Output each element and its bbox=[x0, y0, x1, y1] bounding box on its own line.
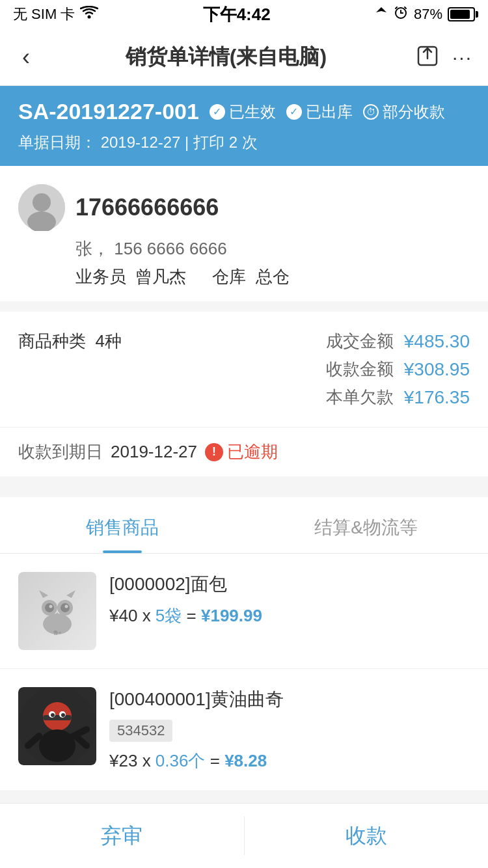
svg-marker-18 bbox=[66, 590, 75, 598]
bottom-bar: 弃审 收款 bbox=[0, 803, 488, 868]
location-icon bbox=[375, 6, 388, 23]
tab-sales-products[interactable]: 销售商品 bbox=[0, 497, 244, 553]
order-date: 2019-12-27 bbox=[101, 133, 181, 151]
stats-section: 商品种类 4种 成交金额 ¥485.30 收款金额 ¥308.95 本单欠款 ¥… bbox=[0, 312, 488, 427]
share-button[interactable] bbox=[416, 44, 439, 70]
more-button[interactable]: ··· bbox=[452, 46, 472, 68]
due-section: 收款到期日 2019-12-27 ! 已逾期 bbox=[0, 427, 488, 476]
svg-point-0 bbox=[88, 16, 91, 19]
customer-row: 17666666666 bbox=[18, 184, 470, 231]
product-total-2: ¥8.28 bbox=[224, 751, 267, 770]
print-info: | 打印 2 次 bbox=[185, 133, 258, 151]
received-amount-label: 收款金额 bbox=[326, 358, 394, 381]
product-total-1: ¥199.99 bbox=[201, 606, 262, 625]
product-name-1: [0000002]面包 bbox=[109, 572, 470, 597]
due-date-value: 2019-12-27 bbox=[111, 442, 197, 462]
warehouse-value: 总仓 bbox=[256, 267, 290, 286]
order-id-row: SA-20191227-001 ✓ 已生效 ✓ 已出库 ⏱ 部分收款 bbox=[18, 99, 470, 124]
customer-detail: 张， 156 6666 6666 bbox=[75, 237, 470, 260]
status-shipped: ✓ 已出库 bbox=[286, 102, 353, 122]
divider-2 bbox=[0, 476, 488, 487]
avatar bbox=[18, 184, 65, 231]
check-icon-1: ✓ bbox=[210, 104, 225, 120]
battery-icon bbox=[448, 7, 475, 21]
svg-point-12 bbox=[45, 603, 54, 612]
product-unit-price-1: ¥40 bbox=[109, 606, 137, 625]
owed-amount-value: ¥176.35 bbox=[404, 387, 470, 408]
order-date-row: 单据日期： 2019-12-27 | 打印 2 次 bbox=[18, 132, 470, 153]
status-effective: ✓ 已生效 bbox=[210, 102, 276, 122]
nav-actions: ··· bbox=[416, 44, 472, 70]
svg-point-8 bbox=[33, 193, 51, 211]
battery-percentage: 87% bbox=[414, 6, 442, 23]
received-amount-row: 收款金额 ¥308.95 bbox=[326, 358, 470, 381]
owed-amount-row: 本单欠款 ¥176.35 bbox=[326, 386, 470, 409]
owed-amount-label: 本单欠款 bbox=[326, 386, 394, 409]
customer-meta: 业务员 曾凡杰 仓库 总仓 bbox=[75, 265, 470, 288]
svg-text:鲁+: 鲁+ bbox=[53, 630, 62, 636]
page-title: 销货单详情(来自电脑) bbox=[36, 43, 416, 72]
nav-bar: ‹ 销货单详情(来自电脑) ··· bbox=[0, 29, 488, 86]
list-item: [000400001]黄油曲奇 534532 ¥23 x 0.36个 = ¥8.… bbox=[0, 669, 488, 791]
svg-point-30 bbox=[61, 713, 65, 717]
product-placeholder-1: 鲁+ bbox=[18, 572, 96, 650]
received-amount-value: ¥308.95 bbox=[404, 359, 470, 380]
alarm-icon bbox=[393, 5, 409, 24]
salesperson-label: 业务员 bbox=[75, 267, 126, 286]
transaction-amount-value: ¥485.30 bbox=[404, 331, 470, 352]
back-button[interactable]: ‹ bbox=[16, 37, 36, 77]
svg-point-13 bbox=[61, 603, 70, 612]
product-qty-1: 5袋 bbox=[156, 606, 182, 625]
check-icon-2: ✓ bbox=[286, 104, 302, 120]
status-left: 无 SIM 卡 bbox=[13, 5, 98, 24]
status-time: 下午4:42 bbox=[203, 3, 271, 26]
stats-left: 商品种类 4种 bbox=[18, 330, 122, 353]
svg-rect-23 bbox=[43, 715, 72, 720]
product-info-2: [000400001]黄油曲奇 534532 ¥23 x 0.36个 = ¥8.… bbox=[109, 687, 470, 772]
order-id: SA-20191227-001 bbox=[18, 99, 199, 124]
svg-line-4 bbox=[396, 7, 397, 8]
stats-right: 成交金额 ¥485.30 收款金额 ¥308.95 本单欠款 ¥176.35 bbox=[326, 330, 470, 409]
product-types-label: 商品种类 bbox=[18, 331, 86, 351]
svg-point-14 bbox=[49, 605, 53, 608]
svg-point-29 bbox=[51, 713, 55, 717]
cancel-button[interactable]: 弃审 bbox=[0, 804, 244, 868]
confirm-button[interactable]: 收款 bbox=[245, 804, 489, 868]
product-price-1: ¥40 x 5袋 = ¥199.99 bbox=[109, 604, 470, 627]
product-thumbnail-2 bbox=[18, 687, 96, 765]
product-price-2: ¥23 x 0.36个 = ¥8.28 bbox=[109, 750, 470, 772]
overdue-badge: ! 已逾期 bbox=[205, 441, 278, 463]
product-info-1: [0000002]面包 ¥40 x 5袋 = ¥199.99 bbox=[109, 572, 470, 627]
warehouse-label: 仓库 bbox=[212, 267, 246, 286]
transaction-amount-label: 成交金额 bbox=[326, 330, 394, 353]
tab-settlement-logistics[interactable]: 结算&物流等 bbox=[244, 497, 488, 553]
status-right: 87% bbox=[375, 5, 475, 24]
customer-account-id: 17666666666 bbox=[75, 194, 219, 221]
clock-icon: ⏱ bbox=[363, 104, 379, 120]
customer-name: 张， bbox=[75, 239, 109, 258]
carrier-text: 无 SIM 卡 bbox=[13, 5, 75, 24]
divider-1 bbox=[0, 301, 488, 312]
product-qty-2: 0.36个 bbox=[156, 751, 206, 770]
order-header: SA-20191227-001 ✓ 已生效 ✓ 已出库 ⏱ 部分收款 单据日期：… bbox=[0, 86, 488, 166]
product-tag-2: 534532 bbox=[109, 720, 172, 742]
overdue-icon: ! bbox=[205, 443, 223, 461]
customer-phone: 156 6666 6666 bbox=[114, 239, 227, 258]
salesperson-info: 业务员 曾凡杰 bbox=[75, 265, 186, 288]
status-bar: 无 SIM 卡 下午4:42 87 bbox=[0, 0, 488, 29]
product-types-value: 4种 bbox=[95, 331, 121, 351]
warehouse-info: 仓库 总仓 bbox=[212, 265, 289, 288]
product-image-2 bbox=[18, 687, 96, 765]
svg-line-5 bbox=[405, 7, 406, 8]
product-thumbnail-1: 鲁+ bbox=[18, 572, 96, 650]
stats-row: 商品种类 4种 成交金额 ¥485.30 收款金额 ¥308.95 本单欠款 ¥… bbox=[18, 330, 470, 409]
due-label: 收款到期日 bbox=[18, 441, 103, 463]
wifi-icon bbox=[80, 6, 98, 23]
product-unit-price-2: ¥23 bbox=[109, 751, 137, 770]
products-section: 鲁+ [0000002]面包 ¥40 x 5袋 = ¥199.99 bbox=[0, 554, 488, 791]
overdue-text: 已逾期 bbox=[227, 441, 278, 463]
svg-marker-17 bbox=[39, 590, 48, 598]
status-partial-paid: ⏱ 部分收款 bbox=[363, 102, 445, 122]
product-name-2: [000400001]黄油曲奇 bbox=[109, 687, 470, 712]
tabs-row: 销售商品 结算&物流等 bbox=[0, 497, 488, 553]
